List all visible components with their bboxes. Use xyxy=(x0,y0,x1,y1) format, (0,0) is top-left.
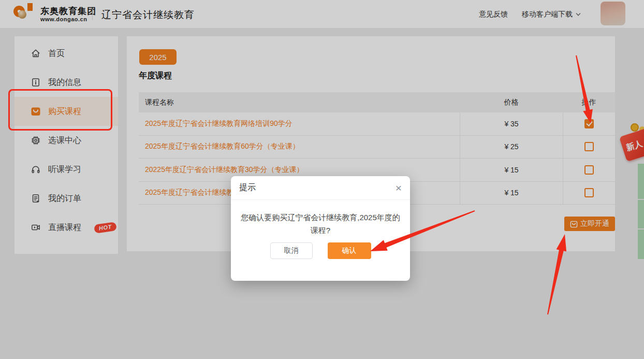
cancel-button[interactable]: 取消 xyxy=(270,242,313,259)
page: 东奥教育集团 www.dongao.cn 辽宁省会计继续教育 意见反馈 移动客户… xyxy=(0,0,644,359)
confirm-button[interactable]: 确认 xyxy=(328,242,371,259)
dialog-header: 提示 xyxy=(231,176,410,200)
dialog-message: 您确认要购买辽宁省会计继续教育,2025年度的课程? xyxy=(237,211,404,237)
dialog-title: 提示 xyxy=(239,182,256,193)
close-icon[interactable]: × xyxy=(393,180,404,195)
confirm-dialog: 提示 × 您确认要购买辽宁省会计继续教育,2025年度的课程? 取消 确认 xyxy=(231,176,410,281)
